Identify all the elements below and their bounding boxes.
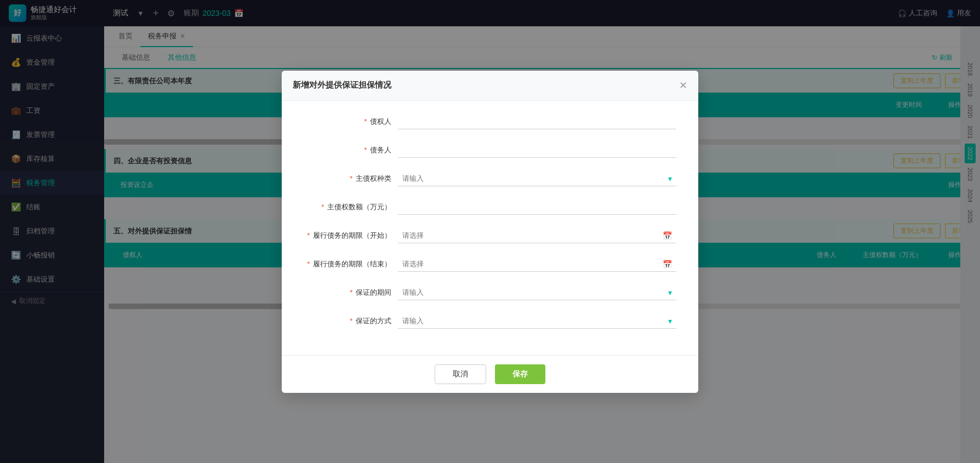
label-debt-end-text: 履行债务的期限（结束） <box>313 260 391 268</box>
form-row-guarantee-period: * 保证的期间 ▾ <box>304 285 676 300</box>
label-creditor: * 债权人 <box>304 117 391 127</box>
save-button[interactable]: 保存 <box>495 364 545 384</box>
label-debt-type: * 主债权种类 <box>304 174 391 184</box>
required-mark-2: * <box>364 146 367 154</box>
input-creditor[interactable] <box>398 114 676 129</box>
input-debt-start[interactable] <box>398 228 676 243</box>
input-debt-type[interactable] <box>398 171 676 186</box>
label-debt-amount-text: 主债权数额（万元） <box>327 203 391 211</box>
chevron-down-icon-2: ▾ <box>668 288 672 297</box>
chevron-down-icon-3: ▾ <box>668 317 672 325</box>
required-mark-6: * <box>307 260 310 268</box>
required-mark-3: * <box>350 174 352 182</box>
calendar-start-icon[interactable]: 📅 <box>663 231 672 240</box>
modal-close-button[interactable]: ✕ <box>679 79 687 92</box>
input-debt-amount[interactable] <box>398 199 676 215</box>
input-guarantee-period[interactable] <box>398 285 676 300</box>
modal-dialog: 新增对外提供保证担保情况 ✕ * 债权人 * 债务人 <box>282 71 698 393</box>
label-guarantee-period: * 保证的期间 <box>304 288 391 298</box>
label-guarantee-method: * 保证的方式 <box>304 316 391 326</box>
input-debt-end[interactable] <box>398 256 676 272</box>
form-row-guarantee-method: * 保证的方式 ▾ <box>304 313 676 329</box>
label-debt-amount: * 主债权数额（万元） <box>304 202 391 212</box>
label-debtor: * 债务人 <box>304 145 391 155</box>
required-mark: * <box>364 117 367 125</box>
modal-body: * 债权人 * 债务人 * 主债权种类 <box>282 101 698 355</box>
label-creditor-text: 债权人 <box>370 117 391 125</box>
form-row-debtor: * 债务人 <box>304 142 676 158</box>
label-debt-end: * 履行债务的期限（结束） <box>304 259 391 269</box>
form-row-creditor: * 债权人 <box>304 114 676 129</box>
modal-title: 新增对外提供保证担保情况 <box>293 80 391 90</box>
chevron-down-icon-1: ▾ <box>668 174 672 183</box>
required-mark-4: * <box>321 203 324 211</box>
calendar-end-icon[interactable]: 📅 <box>663 260 672 268</box>
select-guarantee-period-wrapper: ▾ <box>398 285 676 300</box>
label-debtor-text: 债务人 <box>370 146 391 154</box>
input-debtor[interactable] <box>398 142 676 158</box>
required-mark-5: * <box>307 231 310 239</box>
modal-footer: 取消 保存 <box>282 355 698 393</box>
label-debt-start-text: 履行债务的期限（开始） <box>313 231 391 239</box>
modal-header: 新增对外提供保证担保情况 ✕ <box>282 71 698 101</box>
cancel-button[interactable]: 取消 <box>435 364 486 384</box>
form-row-debt-type: * 主债权种类 ▾ <box>304 171 676 186</box>
date-debt-end-wrapper: 📅 <box>398 256 676 272</box>
required-mark-8: * <box>350 317 352 325</box>
label-debt-start: * 履行债务的期限（开始） <box>304 231 391 241</box>
label-debt-type-text: 主债权种类 <box>356 174 391 182</box>
form-row-debt-amount: * 主债权数额（万元） <box>304 199 676 215</box>
select-debt-type-wrapper: ▾ <box>398 171 676 186</box>
select-guarantee-method-wrapper: ▾ <box>398 313 676 329</box>
label-guarantee-method-text: 保证的方式 <box>356 317 391 325</box>
label-guarantee-period-text: 保证的期间 <box>356 288 391 296</box>
form-row-debt-start: * 履行债务的期限（开始） 📅 <box>304 228 676 243</box>
input-guarantee-method[interactable] <box>398 313 676 329</box>
date-debt-start-wrapper: 📅 <box>398 228 676 243</box>
required-mark-7: * <box>350 288 352 296</box>
modal-overlay: 新增对外提供保证担保情况 ✕ * 债权人 * 债务人 <box>0 0 980 463</box>
form-row-debt-end: * 履行债务的期限（结束） 📅 <box>304 256 676 272</box>
